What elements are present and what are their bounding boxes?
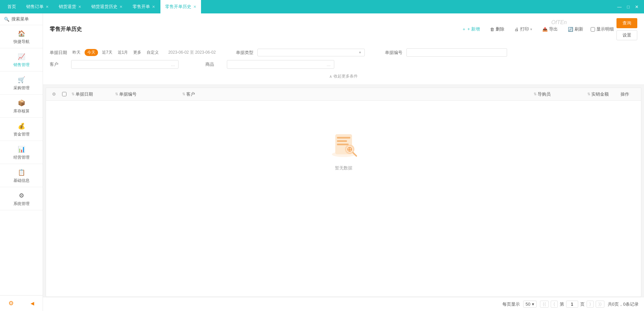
inventory-icon: 📦: [18, 99, 25, 107]
sidebar-item-inventory[interactable]: 📦 库存核算: [0, 95, 43, 118]
print-dropdown-icon: ▾: [530, 27, 532, 32]
svg-rect-4: [337, 144, 349, 145]
sidebar-item-purchase-mgmt[interactable]: 🛒 采购管理: [0, 71, 43, 95]
total-text: 共0页，0条记录: [608, 301, 639, 307]
date-filter-label: 单据日期: [50, 50, 68, 56]
delete-icon: 🗑: [490, 27, 494, 32]
customer-input-wrapper: ...: [71, 60, 179, 69]
th-customer[interactable]: ⇅ 客户: [180, 91, 531, 97]
date-filter-group: 单据日期 昨天 今天 近7天 近1月 更多 自定义: [50, 49, 160, 56]
empty-state: 暂无数据: [46, 101, 641, 198]
close-sales-order-tab[interactable]: ✕: [46, 5, 49, 9]
query-button[interactable]: 查询: [616, 18, 637, 28]
prev-page-btn[interactable]: ⟨: [551, 301, 558, 308]
th-amount[interactable]: ⇅ 实销金额: [571, 91, 611, 97]
export-button[interactable]: 📤 导出: [540, 25, 560, 34]
filter-row-1: 单据日期 昨天 今天 近7天 近1月 更多 自定义 2023-06-02 至 2…: [50, 48, 637, 57]
tab-sales-return-history[interactable]: 销货退货历史 ✕: [87, 0, 127, 13]
print-button[interactable]: 🖨 打印 ▾: [512, 25, 535, 34]
customer-dots: ...: [171, 62, 175, 67]
tab-home[interactable]: 首页: [3, 0, 21, 13]
close-sales-return-history-tab[interactable]: ✕: [119, 5, 122, 9]
page-navigation: ⟨⟨ ⟨ 第 页 ⟩ ⟩⟩: [540, 301, 604, 308]
bill-num-input[interactable]: [410, 50, 503, 55]
new-button[interactable]: ＋ + 新增: [459, 25, 483, 34]
bill-type-group: 单据类型 ▾: [236, 49, 365, 56]
tab-sales-return[interactable]: 销货退货 ✕: [54, 0, 86, 13]
th-guide[interactable]: ⇅ 导购员: [531, 91, 571, 97]
next-page-btn[interactable]: ⟩: [587, 301, 594, 308]
date-last1m[interactable]: 近1月: [116, 49, 130, 56]
select-all-checkbox[interactable]: [59, 92, 69, 96]
sort-date-icon: ⇅: [71, 92, 75, 96]
top-bar: 首页 销售订单 ✕ 销货退货 ✕ 销货退货历史 ✕ 零售开单 ✕ 零售开单历史 …: [0, 0, 644, 13]
sidebar-item-quick-nav[interactable]: 🏠 快捷导航: [0, 25, 43, 48]
toolbar: ＋ + 新增 🗑 删除 🖨 打印 ▾ 📤: [459, 18, 637, 40]
per-page-select[interactable]: 50 ▾: [523, 301, 536, 308]
print-icon: 🖨: [514, 27, 519, 32]
th-date[interactable]: ⇅ 单据日期: [69, 91, 112, 97]
collapse-sidebar-icon[interactable]: ◀: [31, 301, 34, 306]
settings-button[interactable]: 设置: [616, 30, 637, 40]
last-page-btn[interactable]: ⟩⟩: [596, 301, 604, 308]
date-range-text: 2023-06-02 至 2023-06-02: [168, 50, 215, 55]
per-page-value: 50: [526, 302, 530, 307]
sidebar-item-system-mgmt[interactable]: ⚙ 系统管理: [0, 187, 43, 210]
sort-customer-icon: ⇅: [182, 92, 185, 96]
tab-retail-open[interactable]: 零售开单 ✕: [128, 0, 160, 13]
data-table: ⚙ ⇅ 单据日期 ⇅ 单据编号 ⇅ 客户 ⇅ 导购员: [46, 88, 641, 297]
business-icon: 📊: [18, 146, 25, 153]
export-icon: 📤: [542, 27, 548, 32]
date-today[interactable]: 今天: [85, 49, 98, 56]
settings-bottom-icon[interactable]: ⚙: [8, 300, 14, 307]
tab-sales-order[interactable]: 销售订单 ✕: [21, 0, 53, 13]
close-sales-return-tab[interactable]: ✕: [78, 5, 81, 9]
close-btn[interactable]: ✕: [635, 4, 639, 9]
minimize-btn[interactable]: —: [617, 4, 622, 9]
close-retail-open-tab[interactable]: ✕: [152, 5, 155, 9]
page-number-input[interactable]: [566, 301, 578, 308]
bill-type-select[interactable]: ▾: [257, 49, 365, 56]
customer-input[interactable]: [75, 62, 171, 67]
purchase-mgmt-icon: 🛒: [18, 76, 25, 84]
page-label: 第: [560, 301, 564, 307]
th-num[interactable]: ⇅ 单据编号: [112, 91, 180, 97]
sidebar-item-finance[interactable]: 💰 资金管理: [0, 118, 43, 141]
page-title: 零售开单历史: [50, 26, 82, 33]
sort-num-icon: ⇅: [115, 92, 118, 96]
first-page-btn[interactable]: ⟨⟨: [540, 301, 549, 308]
sidebar-item-basic-info[interactable]: 📋 基础信息: [0, 164, 43, 187]
sidebar-item-sales-mgmt[interactable]: 📈 销售管理: [0, 48, 43, 71]
empty-icon: [327, 127, 360, 161]
toolbar-actions: ＋ + 新增 🗑 删除 🖨 打印 ▾ 📤: [459, 25, 614, 34]
sidebar-item-business[interactable]: 📊 经营管理: [0, 141, 43, 164]
empty-text: 暂无数据: [335, 165, 352, 171]
date-custom[interactable]: 自定义: [145, 49, 160, 56]
new-icon: ＋: [462, 26, 466, 32]
display-detail-checkbox[interactable]: 显示明细: [591, 26, 614, 32]
delete-button[interactable]: 🗑 删除: [487, 25, 507, 34]
finance-icon: 💰: [18, 122, 25, 130]
close-retail-open-history-tab[interactable]: ✕: [193, 5, 196, 9]
refresh-button[interactable]: 🔄 刷新: [565, 25, 586, 34]
date-last7[interactable]: 近7天: [101, 49, 114, 56]
display-detail-input[interactable]: [591, 27, 595, 32]
page-header: 零售开单历史 ＋ + 新增 🗑 删除 🖨 打印: [43, 13, 644, 85]
customer-filter-group: 客户 ...: [50, 60, 179, 69]
date-more[interactable]: 更多: [132, 49, 143, 56]
filter-row-2: 客户 ... 商品 ...: [50, 60, 637, 69]
svg-rect-3: [337, 140, 347, 142]
filter-area: 单据日期 昨天 今天 近7天 近1月 更多 自定义 2023-06-02 至 2…: [50, 44, 637, 85]
tab-retail-open-history[interactable]: 零售开单历史 ✕: [160, 0, 201, 13]
search-menu[interactable]: 🔍 搜索菜单: [0, 13, 43, 25]
goods-input[interactable]: [231, 62, 327, 67]
date-yesterday[interactable]: 昨天: [71, 49, 82, 56]
collapse-filters-btn[interactable]: ∧ 收起更多条件: [50, 72, 637, 82]
main-layout: 🔍 搜索菜单 🏠 快捷导航 📈 销售管理 🛒 采购管理 📦 库存核算 💰 资金管…: [0, 13, 644, 311]
bill-num-group: 单据编号: [385, 48, 507, 57]
bill-num-input-wrapper: [406, 48, 507, 57]
maximize-btn[interactable]: □: [627, 4, 630, 9]
column-settings-btn[interactable]: ⚙: [49, 92, 59, 97]
page-title-row: 零售开单历史 ＋ + 新增 🗑 删除 🖨 打印: [50, 18, 637, 40]
basic-info-icon: 📋: [18, 169, 25, 176]
